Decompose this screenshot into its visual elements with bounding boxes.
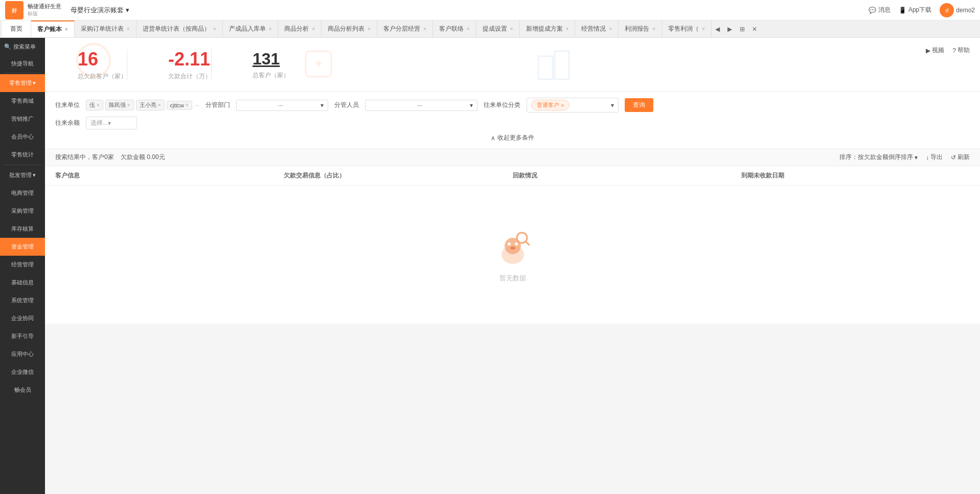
refresh-button[interactable]: ↺ 刷新: [951, 153, 970, 162]
sidebar-item-search[interactable]: 🔍 搜索菜单: [0, 38, 45, 56]
user-menu[interactable]: d demo2: [940, 3, 975, 17]
sidebar-item-quick-nav[interactable]: 快捷导航: [0, 56, 45, 72]
tab-customer-contact[interactable]: 客户联络 ×: [433, 20, 476, 38]
tab-close-icon[interactable]: ×: [702, 26, 705, 32]
collapse-button[interactable]: ∧ 收起更多条件: [55, 133, 970, 142]
tab-customer-book[interactable]: 客户账本 ×: [31, 20, 75, 38]
sidebar-item-label: 应用中心: [11, 351, 34, 357]
tab-close-icon[interactable]: ×: [213, 26, 216, 32]
category-tag: 普通客户 ×: [531, 100, 569, 110]
sidebar-item-member[interactable]: 畅会员: [0, 381, 45, 399]
person-dropdown-icon: ▾: [470, 102, 473, 109]
tab-close-icon[interactable]: ×: [652, 26, 655, 32]
tab-close-icon[interactable]: ×: [269, 26, 272, 32]
filter-row-1: 往来单位 伍 × 陈民强 × 王小亮 × cjttcw: [55, 98, 970, 113]
tab-expand[interactable]: ⊞: [736, 20, 748, 38]
stat-divider-1: [127, 49, 127, 80]
tab-purchase-order[interactable]: 采购订单统计表 ×: [75, 20, 136, 38]
category-select[interactable]: 普通客户 × ▾: [527, 98, 619, 113]
tab-new-mention[interactable]: 新增提成方案 ×: [520, 20, 576, 38]
results-right: 排序：按欠款金额倒序排序 ▾ ↓ 导出 ↺ 刷新: [839, 153, 970, 162]
store-dropdown-icon: ▾: [126, 6, 129, 14]
tab-close-icon[interactable]: ×: [312, 26, 315, 32]
sidebar-item-member-center[interactable]: 会员中心: [0, 128, 45, 146]
tab-label: 新增提成方案: [526, 25, 563, 33]
sidebar-item-finance[interactable]: 资金管理: [0, 238, 45, 256]
tab-close-icon[interactable]: ×: [65, 27, 68, 32]
tab-label: 客户分层经营: [383, 25, 420, 33]
sidebar-item-enterprise-coop[interactable]: 企业协同: [0, 309, 45, 327]
sidebar: 🔍 搜索菜单 快捷导航 零售管理 ▾ 零售商城 营销推广 会员中心 零售统计 批…: [0, 38, 45, 494]
unit-tags: 伍 × 陈民强 × 王小亮 × cjttcw × ···: [86, 100, 199, 110]
tab-incoming-stats[interactable]: 进货单统计表（按商品） ×: [136, 20, 223, 38]
tab-home[interactable]: 首页: [2, 20, 31, 38]
sidebar-item-retail-mgmt[interactable]: 零售管理 ▾: [0, 74, 45, 92]
tab-close-icon[interactable]: ×: [510, 26, 513, 32]
chevron-icon-2: ▾: [33, 172, 36, 178]
tab-product-analysis[interactable]: 商品分析 ×: [278, 20, 322, 38]
sidebar-item-system[interactable]: 系统管理: [0, 291, 45, 309]
sidebar-item-retail-mall[interactable]: 零售商城: [0, 92, 45, 110]
sidebar-item-new-guide[interactable]: 新手引导: [0, 327, 45, 345]
tab-mention-settings[interactable]: 提成设置 ×: [476, 20, 520, 38]
sidebar-item-label: 采购管理: [11, 208, 34, 214]
sort-select[interactable]: 排序：按欠款金额倒序排序 ▾: [839, 153, 918, 162]
sidebar-item-label: 经营管理: [11, 261, 34, 267]
sidebar-item-inventory[interactable]: 库存核算: [0, 220, 45, 238]
svg-text:✦: ✦: [313, 57, 324, 71]
sidebar-item-batch-mgmt[interactable]: 批发管理 ▾: [0, 166, 45, 184]
person-select[interactable]: ··· ▾: [365, 100, 477, 111]
tab-close-all[interactable]: ✕: [748, 20, 761, 38]
sidebar-item-enterprise-wx[interactable]: 企业微信: [0, 363, 45, 381]
tab-close-icon[interactable]: ×: [423, 26, 426, 32]
filter-more-icon[interactable]: ···: [194, 102, 199, 109]
tag-close-cjttcw[interactable]: ×: [186, 102, 189, 108]
person-filter-label: 分管人员: [334, 101, 359, 109]
video-btn[interactable]: ▶ 视频: [926, 46, 944, 55]
help-area: ▶ 视频 ? 帮助: [926, 46, 970, 55]
sidebar-item-purchase[interactable]: 采购管理: [0, 202, 45, 220]
sidebar-item-retail-stats[interactable]: 零售统计: [0, 146, 45, 164]
query-button[interactable]: 查询: [625, 98, 653, 112]
tab-nav-right[interactable]: ▶: [724, 20, 736, 38]
tab-cost-incoming[interactable]: 产成品入库单 ×: [223, 20, 279, 38]
filter-area: 往来单位 伍 × 陈民强 × 王小亮 × cjttcw: [45, 92, 980, 149]
tab-close-icon[interactable]: ×: [566, 26, 569, 32]
sidebar-item-label: 畅会员: [14, 387, 31, 393]
export-button[interactable]: ↓ 导出: [926, 153, 943, 162]
play-icon: ▶: [926, 47, 930, 54]
tab-close-icon[interactable]: ×: [467, 26, 470, 32]
filter-row-2: 往来余额 选择... ▾: [55, 117, 970, 129]
video-label: 视频: [932, 46, 944, 55]
dept-select[interactable]: ··· ▾: [236, 100, 328, 111]
unit-filter-label: 往来单位: [55, 101, 80, 109]
tab-product-analysis-list[interactable]: 商品分析列表 ×: [322, 20, 377, 38]
tab-close-icon[interactable]: ×: [127, 26, 130, 32]
tag-close-wang[interactable]: ×: [158, 102, 161, 108]
app-download-btn[interactable]: 📱 App下载: [899, 6, 931, 14]
tab-nav-left[interactable]: ◀: [712, 20, 724, 38]
amount-select[interactable]: 选择... ▾: [86, 117, 137, 129]
sidebar-item-marketing[interactable]: 营销推广: [0, 110, 45, 128]
tab-close-icon[interactable]: ×: [609, 26, 612, 32]
svg-rect-6: [538, 56, 553, 79]
tab-profit-report[interactable]: 利润报告 ×: [619, 20, 662, 38]
category-tag-close[interactable]: ×: [561, 102, 564, 108]
tab-customer-segment[interactable]: 客户分层经营 ×: [377, 20, 433, 38]
tab-retail-profit[interactable]: 零售利润（ ×: [662, 20, 712, 38]
sidebar-item-operation[interactable]: 经营管理: [0, 256, 45, 274]
store-selector[interactable]: 母婴行业演示账套 ▾: [71, 6, 129, 15]
tab-close-icon[interactable]: ×: [368, 26, 371, 32]
tag-close-wu[interactable]: ×: [97, 102, 100, 108]
sidebar-search-label: 搜索菜单: [13, 43, 36, 51]
messages-btn[interactable]: 💬 消息: [869, 6, 891, 14]
tab-business-status[interactable]: 经营情况 ×: [575, 20, 619, 38]
sidebar-item-app-center[interactable]: 应用中心: [0, 345, 45, 363]
sidebar-item-label: 库存核算: [11, 226, 34, 232]
help-btn[interactable]: ? 帮助: [952, 46, 970, 55]
collapse-icon: ∧: [491, 134, 495, 142]
sidebar-item-ecommerce[interactable]: 电商管理: [0, 184, 45, 202]
tag-close-chen[interactable]: ×: [127, 102, 130, 108]
sidebar-item-basic-info[interactable]: 基础信息: [0, 274, 45, 291]
unit-tag-cjttcw: cjttcw ×: [167, 101, 192, 110]
